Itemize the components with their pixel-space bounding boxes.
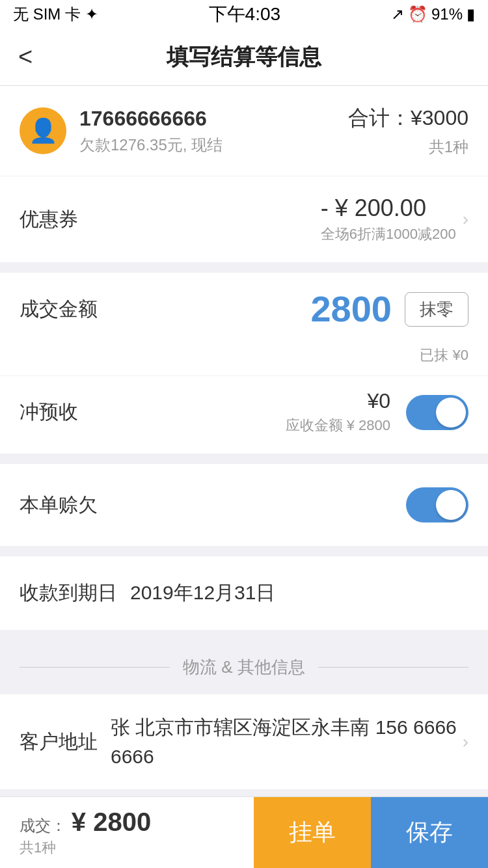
avatar: 👤: [20, 107, 66, 154]
coupon-row[interactable]: 优惠券 - ¥ 200.00 全场6折满1000减200 ›: [0, 176, 488, 262]
customer-row: 👤 17666666666 欠款1276.35元, 现结 合计：¥3000 共1…: [0, 86, 488, 176]
coupon-right: - ¥ 200.00 全场6折满1000减200 ›: [321, 195, 468, 244]
coupon-label: 优惠券: [20, 206, 78, 233]
address-value: 张 北京市市辖区海淀区永丰南 156 6666 6666: [111, 712, 463, 771]
total-count: 共1种: [348, 137, 468, 157]
avatar-icon: 👤: [29, 117, 58, 144]
deal-amount-value: 2800: [310, 291, 392, 327]
customer-phone: 17666666666: [79, 107, 223, 131]
pre-collect-row: 冲预收 ¥0 应收金额 ¥ 2800: [0, 375, 488, 454]
pre-collect-toggle[interactable]: [406, 395, 468, 430]
debt-section: 本单赊欠: [0, 464, 488, 546]
footer-deal-label: 成交：: [20, 817, 66, 834]
footer-deal-row: 成交： ¥ 2800: [20, 807, 234, 837]
amount-value-block: 2800 抹零: [310, 291, 468, 327]
customer-debt: 欠款1276.35元, 现结: [79, 135, 223, 156]
due-date-section: 收款到期日 2019年12月31日: [0, 556, 488, 630]
address-chevron-icon: ›: [463, 731, 468, 752]
page-title: 填写结算等信息: [167, 42, 321, 72]
footer-count: 共1种: [20, 838, 234, 858]
pre-right: ¥0 应收金额 ¥ 2800: [286, 389, 468, 435]
battery-status: 91%: [431, 5, 463, 23]
logistics-title: 物流 & 其他信息: [183, 656, 305, 679]
coupon-amount: - ¥ 200.00: [321, 195, 456, 222]
status-bar: 无 SIM 卡 ✦ 下午4:03 ↗ ⏰ 91% ▮: [0, 0, 488, 29]
save-button[interactable]: 保存: [371, 797, 488, 869]
pre-collect-label: 冲预收: [20, 399, 78, 426]
status-left: 无 SIM 卡 ✦: [13, 4, 98, 25]
coupon-amount-block: - ¥ 200.00 全场6折满1000减200: [321, 195, 456, 244]
back-button[interactable]: <: [18, 43, 33, 71]
debt-label: 本单赊欠: [20, 492, 98, 519]
battery-icon: ▮: [467, 5, 475, 23]
location-icon: ↗: [391, 5, 404, 23]
nav-bar: < 填写结算等信息: [0, 29, 488, 86]
total-price: 合计：¥3000: [348, 104, 468, 133]
footer-deal-amount: ¥ 2800: [72, 807, 151, 836]
hang-order-button[interactable]: 挂单: [254, 797, 371, 869]
due-date-label: 收款到期日: [20, 580, 117, 606]
pre-amount-value: ¥0: [286, 389, 390, 413]
alarm-icon: ⏰: [408, 5, 427, 23]
round-button[interactable]: 抹零: [405, 292, 468, 327]
footer-bar: 成交： ¥ 2800 共1种 挂单 保存: [0, 796, 488, 868]
amount-row: 成交金额 2800 抹零: [0, 273, 488, 346]
pre-amount-sub: 应收金额 ¥ 2800: [286, 416, 390, 435]
coupon-desc: 全场6折满1000减200: [321, 224, 456, 244]
debt-toggle[interactable]: [406, 487, 468, 522]
amount-section: 成交金额 2800 抹零 已抹 ¥0 冲预收 ¥0 应收金额 ¥ 2800: [0, 273, 488, 454]
toggle-knob: [436, 398, 466, 427]
customer-section: 👤 17666666666 欠款1276.35元, 现结 合计：¥3000 共1…: [0, 86, 488, 262]
customer-info: 👤 17666666666 欠款1276.35元, 现结: [20, 107, 223, 156]
divider-line-right: [318, 667, 468, 668]
address-label: 客户地址: [20, 729, 111, 755]
status-right: ↗ ⏰ 91% ▮: [391, 5, 475, 23]
chevron-right-icon: ›: [463, 209, 468, 230]
debt-toggle-knob: [436, 490, 466, 520]
due-date-value: 2019年12月31日: [130, 580, 275, 606]
deal-amount-label: 成交金额: [20, 296, 98, 323]
status-time: 下午4:03: [209, 2, 281, 27]
amount-sub: 已抹 ¥0: [0, 346, 488, 375]
divider-line-left: [20, 667, 170, 668]
customer-total: 合计：¥3000 共1种: [348, 104, 468, 157]
footer-info: 成交： ¥ 2800 共1种: [0, 807, 254, 858]
customer-details: 17666666666 欠款1276.35元, 现结: [79, 107, 223, 156]
logistics-header: 物流 & 其他信息: [0, 640, 488, 694]
address-row[interactable]: 客户地址 张 北京市市辖区海淀区永丰南 156 6666 6666 ›: [0, 694, 488, 789]
pre-amount-block: ¥0 应收金额 ¥ 2800: [286, 389, 390, 435]
sim-status: 无 SIM 卡 ✦: [13, 4, 98, 25]
